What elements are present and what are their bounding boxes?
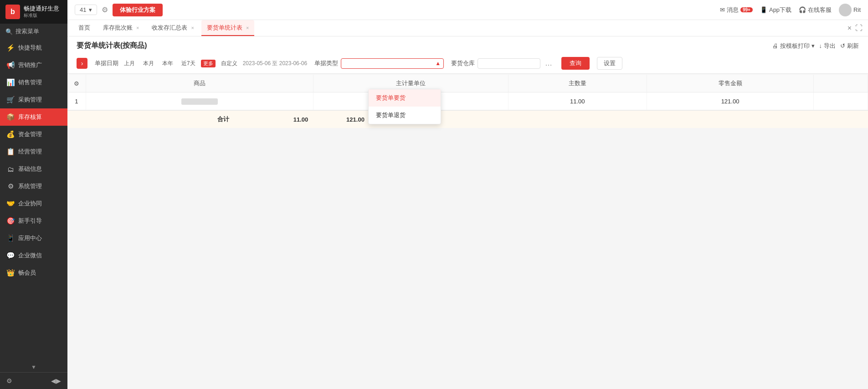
app-center-icon: 📱 bbox=[6, 234, 15, 242]
sidebar-scroll-down[interactable]: ▼ bbox=[0, 362, 67, 372]
sidebar-item-enterprise[interactable]: 🤝 企业协同 bbox=[0, 195, 67, 212]
sidebar-item-sales[interactable]: 📊 销售管理 bbox=[0, 74, 67, 91]
settings-filter-btn[interactable]: 设置 bbox=[597, 57, 622, 70]
finance-icon: 💰 bbox=[6, 130, 15, 138]
warehouse-filter-label: 要货仓库 bbox=[451, 59, 475, 67]
message-badge: 99+ bbox=[740, 7, 753, 12]
tab-inventory-batch-close[interactable]: × bbox=[136, 25, 139, 31]
sidebar-item-guide[interactable]: 🎯 新手引导 bbox=[0, 212, 67, 230]
tab-sales-summary-label: 收发存汇总表 bbox=[152, 24, 187, 32]
refresh-btn[interactable]: ↺ 刷新 bbox=[840, 42, 859, 50]
sidebar-item-label: 系统管理 bbox=[18, 182, 42, 190]
sidebar-item-wechat[interactable]: 💬 企业微信 bbox=[0, 247, 67, 264]
more-dates-badge[interactable]: 更多 bbox=[201, 60, 216, 67]
sidebar-item-label: 企业协同 bbox=[18, 200, 42, 208]
th-extra bbox=[814, 75, 868, 92]
sidebar-search-label: 搜索菜单 bbox=[15, 27, 39, 36]
maximize-icon[interactable]: ⛶ bbox=[855, 24, 863, 32]
filter-row: › 单据日期 上月 本月 本年 近7天 更多 自定义 2023-05-06 至 … bbox=[67, 53, 868, 74]
system-icon: ⚙ bbox=[6, 182, 15, 190]
export-icon: ↓ bbox=[819, 42, 822, 49]
collapse-icon[interactable]: ◀▶ bbox=[51, 377, 61, 384]
summary-main-qty: 11.00 bbox=[273, 116, 328, 123]
th-main-qty: 主数量 bbox=[508, 75, 647, 92]
dropdown-item-order-return[interactable]: 要货单退货 bbox=[369, 107, 441, 124]
tab-home[interactable]: 首页 bbox=[73, 20, 96, 36]
basic-info-icon: 🗂 bbox=[6, 165, 15, 173]
this-year-btn[interactable]: 本年 bbox=[159, 59, 176, 68]
messages-btn[interactable]: ✉ 消息 99+ bbox=[720, 6, 753, 14]
search-icon: 🔍 bbox=[5, 28, 13, 35]
column-settings-icon[interactable]: ⚙ bbox=[74, 80, 79, 87]
this-month-btn[interactable]: 本月 bbox=[140, 59, 157, 68]
operation-icon: 📋 bbox=[6, 148, 15, 156]
print-btn[interactable]: 🖨 按模板打印 ▾ bbox=[772, 42, 815, 50]
last-7-days-btn[interactable]: 近7天 bbox=[179, 59, 198, 68]
date-filter-label: 单据日期 bbox=[95, 59, 118, 67]
filter-expand-btn[interactable]: › bbox=[77, 58, 87, 69]
type-arrow-up-icon[interactable]: ▲ bbox=[432, 59, 443, 68]
sidebar-item-label: 企业微信 bbox=[18, 251, 42, 260]
sidebar-item-basic-info[interactable]: 🗂 基础信息 bbox=[0, 160, 67, 178]
selector-chevron-icon: ▾ bbox=[89, 6, 92, 13]
app-logo-icon: b bbox=[5, 5, 20, 19]
topbar-settings-icon[interactable]: ⚙ bbox=[102, 5, 108, 14]
type-dropdown: 要货单要货 要货单退货 bbox=[368, 89, 441, 124]
inventory-icon: 📦 bbox=[6, 113, 15, 121]
sidebar-item-purchase[interactable]: 🛒 采购管理 bbox=[0, 91, 67, 108]
table-section: ⚙ 商品 主计量单位 主数量 零售金额 1 bbox=[67, 75, 868, 110]
date-range-text: 2023-05-06 至 2023-06-06 bbox=[243, 60, 307, 67]
tab-sales-summary[interactable]: 收发存汇总表 × bbox=[146, 20, 199, 36]
tab-order-summary-close[interactable]: × bbox=[246, 25, 249, 31]
sidebar-item-app-center[interactable]: 📱 应用中心 bbox=[0, 230, 67, 247]
sidebar-item-marketing[interactable]: 📢 营销推广 bbox=[0, 56, 67, 74]
date-filter-group: 单据日期 上月 本月 本年 近7天 更多 自定义 2023-05-06 至 20… bbox=[95, 59, 307, 68]
sidebar-item-finance[interactable]: 💰 资金管理 bbox=[0, 126, 67, 143]
page-content: 要货单统计表(按商品) 🖨 按模板打印 ▾ ↓ 导出 ↺ 刷新 › bbox=[67, 36, 868, 389]
sidebar-item-operation[interactable]: 📋 经营管理 bbox=[0, 143, 67, 160]
table-row: 1 块 11.00 121.00 bbox=[67, 92, 868, 110]
purchase-icon: 🛒 bbox=[6, 96, 15, 104]
trial-btn[interactable]: 体验行业方案 bbox=[113, 4, 163, 16]
sidebar: b 畅捷通好生意 标准版 🔍 搜索菜单 ⚡ 快捷导航 📢 营销推广 📊 销售管理… bbox=[0, 0, 67, 389]
type-input[interactable] bbox=[341, 59, 432, 68]
tab-sales-summary-close[interactable]: × bbox=[191, 25, 194, 31]
th-settings: ⚙ bbox=[67, 75, 86, 92]
close-all-icon[interactable]: × bbox=[847, 24, 852, 32]
data-table: ⚙ 商品 主计量单位 主数量 零售金额 1 bbox=[67, 75, 868, 110]
sidebar-item-label: 库存核算 bbox=[18, 113, 42, 121]
dropdown-item-order-goods[interactable]: 要货单要货 bbox=[369, 89, 441, 107]
last-month-btn[interactable]: 上月 bbox=[121, 59, 138, 68]
sidebar-item-quick-nav[interactable]: ⚡ 快捷导航 bbox=[0, 39, 67, 56]
table-header-row: ⚙ 商品 主计量单位 主数量 零售金额 bbox=[67, 75, 868, 92]
phone-icon: 📱 bbox=[760, 6, 767, 13]
tab-order-summary[interactable]: 要货单统计表 × bbox=[201, 20, 254, 36]
more-filters-btn[interactable]: … bbox=[543, 59, 554, 67]
warehouse-input[interactable] bbox=[482, 60, 536, 67]
page-title: 要货单统计表(按商品) bbox=[77, 41, 147, 51]
marketing-icon: 📢 bbox=[6, 61, 15, 69]
sidebar-item-system[interactable]: ⚙ 系统管理 bbox=[0, 178, 67, 195]
custom-date-btn[interactable]: 自定义 bbox=[218, 59, 240, 68]
tab-inventory-batch[interactable]: 库存批次账 × bbox=[98, 20, 144, 36]
sidebar-item-label: 应用中心 bbox=[18, 234, 42, 242]
online-service-btn[interactable]: 🎧 在线客服 bbox=[799, 6, 832, 14]
settings-icon[interactable]: ⚙ bbox=[6, 377, 12, 384]
sidebar-item-label: 畅会员 bbox=[18, 269, 36, 277]
query-btn[interactable]: 查询 bbox=[561, 57, 590, 70]
warehouse-input-wrapper bbox=[478, 58, 540, 69]
sidebar-item-member[interactable]: 👑 畅会员 bbox=[0, 264, 67, 282]
guide-icon: 🎯 bbox=[6, 217, 15, 225]
sidebar-search[interactable]: 🔍 搜索菜单 bbox=[0, 24, 67, 39]
company-selector[interactable]: 41 ▾ bbox=[75, 5, 97, 15]
app-name: 畅捷通好生意 bbox=[24, 5, 59, 13]
user-avatar-area[interactable]: Rit bbox=[839, 4, 861, 16]
warehouse-filter-group: 要货仓库 … bbox=[451, 58, 554, 69]
type-filter-group: 单据类型 ▲ bbox=[314, 58, 444, 69]
print-label: 按模板打印 bbox=[780, 42, 810, 50]
app-download-btn[interactable]: 📱 App下载 bbox=[760, 6, 791, 14]
sidebar-item-inventory[interactable]: 📦 库存核算 bbox=[0, 108, 67, 126]
online-service-label: 在线客服 bbox=[808, 6, 832, 14]
th-retail-amount: 零售金额 bbox=[647, 75, 813, 92]
export-btn[interactable]: ↓ 导出 bbox=[819, 42, 836, 50]
